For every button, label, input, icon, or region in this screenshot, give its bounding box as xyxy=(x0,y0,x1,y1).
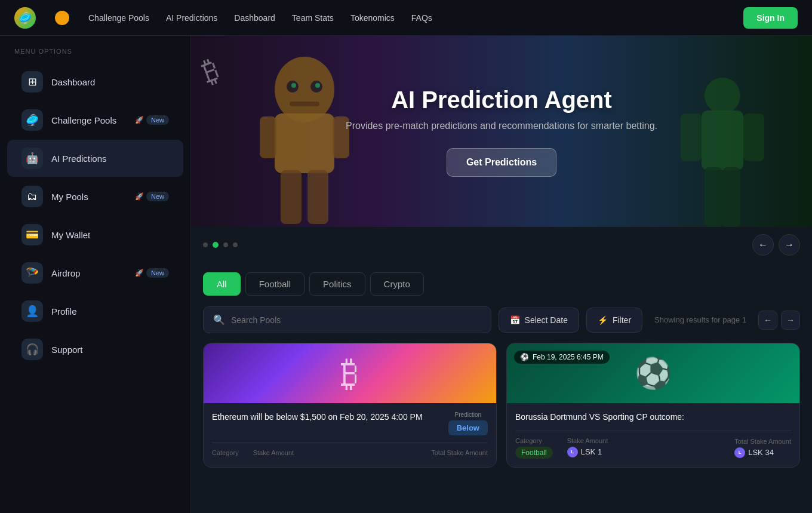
challenge-pools-badge-text: New xyxy=(146,115,169,125)
category-meta-2: Category Football xyxy=(515,437,553,459)
card-date-badge-2: ⚽ Feb 19, 2025 6:45 PM xyxy=(514,351,610,364)
card-meta-2: Category Football Stake Amount L LSK 1 xyxy=(515,437,608,459)
football-tag: Football xyxy=(515,447,553,459)
category-value-2: Football xyxy=(515,447,553,459)
card-date-text-2: Feb 19, 2025 6:45 PM xyxy=(533,353,604,361)
sidebar: MENU OPTIONS ⊞ Dashboard 🥏 Challenge Poo… xyxy=(0,36,191,513)
nav-dashboard[interactable]: Dashboard xyxy=(234,13,275,23)
airdrop-badge: 🚀 New xyxy=(135,268,169,278)
sidebar-label-airdrop: Airdrop xyxy=(51,268,127,278)
page-prev-button[interactable]: ← xyxy=(758,311,777,330)
sidebar-item-my-pools[interactable]: 🗂 My Pools 🚀 New xyxy=(7,178,183,215)
filter-tab-politics[interactable]: Politics xyxy=(309,272,365,296)
total-stake-label-2: Total Stake Amount xyxy=(734,438,791,445)
carousel-dot-2[interactable] xyxy=(213,242,219,248)
prediction-value-1: Below xyxy=(448,420,488,435)
filter-tab-crypto[interactable]: Crypto xyxy=(370,272,424,296)
soccer-icon: ⚽ xyxy=(520,353,529,361)
nav-challenge-pools[interactable]: Challenge Pools xyxy=(88,13,149,23)
stake-meta-2: Stake Amount L LSK 1 xyxy=(567,437,608,459)
results-info: Showing results for page 1 xyxy=(650,315,751,324)
sidebar-item-profile[interactable]: 👤 Profile xyxy=(7,293,183,330)
total-stake-label-1: Total Stake Amount xyxy=(431,449,488,456)
total-stake-meta-1: Total Stake Amount xyxy=(431,449,488,456)
challenge-pools-icon: 🥏 xyxy=(21,109,43,131)
sidebar-item-my-wallet[interactable]: 💳 My Wallet xyxy=(7,216,183,253)
pool-card-2[interactable]: ⚽ ⚽ Feb 19, 2025 6:45 PM Borussia Dortmu… xyxy=(506,343,800,468)
sidebar-label-challenge-pools: Challenge Pools xyxy=(51,115,127,125)
hero-banner: ₿ AI Prediction Agent Provides pre-match… xyxy=(191,36,812,227)
sidebar-item-airdrop[interactable]: 🪂 Airdrop 🚀 New xyxy=(7,254,183,291)
search-box[interactable]: 🔍 xyxy=(203,306,491,333)
category-meta-1: Category xyxy=(212,449,239,456)
card-prediction-header-2: Borussia Dortmund VS Sporting CP outcome… xyxy=(515,411,791,423)
hero-subtitle: Provides pre-match predictions and recom… xyxy=(203,121,800,131)
sidebar-item-challenge-pools[interactable]: 🥏 Challenge Pools 🚀 New xyxy=(7,102,183,139)
page-next-button[interactable]: → xyxy=(781,311,800,330)
prediction-badge-1: Prediction Below xyxy=(448,411,488,435)
carousel-dot-3[interactable] xyxy=(223,242,228,247)
carousel-dots xyxy=(203,242,238,248)
stake-amount-2: LSK 1 xyxy=(581,447,602,456)
card-title-2: Borussia Dortmund VS Sporting CP outcome… xyxy=(515,411,791,423)
card-footer-1: Category Stake Amount Total Stake Amount xyxy=(212,443,488,456)
carousel-prev-button[interactable]: ← xyxy=(752,234,774,256)
carousel-arrows: ← → xyxy=(752,234,800,256)
main-layout: MENU OPTIONS ⊞ Dashboard 🥏 Challenge Poo… xyxy=(0,36,812,513)
support-icon: 🎧 xyxy=(21,339,43,360)
search-row: 🔍 📅 Select Date ⚡ Filter Showing results… xyxy=(191,302,812,343)
dashboard-icon: ⊞ xyxy=(21,71,43,93)
category-label-1: Category xyxy=(212,449,239,456)
nav-ai-predictions[interactable]: AI Predictions xyxy=(166,13,217,23)
carousel-dot-4[interactable] xyxy=(233,242,238,247)
sidebar-item-dashboard[interactable]: ⊞ Dashboard xyxy=(7,63,183,100)
sidebar-label-ai-predictions: AI Predictions xyxy=(51,153,169,164)
logo-icon: 🥏 xyxy=(14,7,36,29)
hero-content: AI Prediction Agent Provides pre-match p… xyxy=(191,75,812,189)
sidebar-label-support: Support xyxy=(51,345,169,355)
logo[interactable]: 🥏 xyxy=(14,7,36,29)
search-input[interactable] xyxy=(231,315,481,325)
my-pools-icon: 🗂 xyxy=(21,186,43,207)
filter-tab-all[interactable]: All xyxy=(203,272,241,296)
theme-toggle-icon[interactable] xyxy=(55,11,69,25)
airdrop-icon: 🪂 xyxy=(21,262,43,284)
select-date-button[interactable]: 📅 Select Date xyxy=(499,308,579,333)
search-icon: 🔍 xyxy=(213,314,225,325)
get-predictions-button[interactable]: Get Predictions xyxy=(447,148,556,177)
total-stake-meta-2: Total Stake Amount L LSK 34 xyxy=(734,438,791,458)
content-area: ₿ AI Prediction Agent Provides pre-match… xyxy=(191,36,812,513)
carousel-controls: ← → xyxy=(191,227,812,263)
sidebar-label-my-pools: My Pools xyxy=(51,192,127,202)
pool-card-1[interactable]: ₿ Ethereum will be below $1,500 on Feb 2… xyxy=(203,343,497,468)
my-pools-badge: 🚀 New xyxy=(135,192,169,201)
card-image-1: ₿ xyxy=(204,343,496,403)
carousel-dot-1[interactable] xyxy=(203,242,208,247)
category-label-2: Category xyxy=(515,437,553,444)
signin-button[interactable]: Sign In xyxy=(743,7,798,29)
nav-faqs[interactable]: FAQs xyxy=(411,13,432,23)
stake-label-2: Stake Amount xyxy=(567,437,608,444)
profile-icon: 👤 xyxy=(21,300,43,322)
my-wallet-icon: 💳 xyxy=(21,224,43,245)
filter-icon: ⚡ xyxy=(598,315,608,325)
filter-button[interactable]: ⚡ Filter xyxy=(586,308,642,333)
stake-value-2: L LSK 1 xyxy=(567,447,608,457)
sidebar-item-ai-predictions[interactable]: 🤖 AI Predictions xyxy=(7,140,183,177)
card-footer-2: Category Football Stake Amount L LSK 1 xyxy=(515,431,791,459)
page-navigation: ← → xyxy=(758,311,800,330)
nav-links: Challenge Pools AI Predictions Dashboard… xyxy=(88,13,724,23)
carousel-next-button[interactable]: → xyxy=(779,234,800,256)
select-date-label: Select Date xyxy=(525,315,568,325)
filter-tab-football[interactable]: Football xyxy=(245,272,304,296)
ai-predictions-icon: 🤖 xyxy=(21,148,43,169)
card-meta-1: Category Stake Amount xyxy=(212,449,294,456)
sidebar-item-support[interactable]: 🎧 Support xyxy=(7,331,183,368)
nav-tokenomics[interactable]: Tokenomics xyxy=(350,13,395,23)
lsk-icon-total: L xyxy=(734,447,745,458)
card-crypto-image: ₿ xyxy=(204,343,496,403)
sidebar-label-dashboard: Dashboard xyxy=(51,77,169,87)
nav-team-stats[interactable]: Team Stats xyxy=(292,13,334,23)
challenge-pools-badge: 🚀 New xyxy=(135,115,169,125)
menu-options-label: MENU OPTIONS xyxy=(0,48,190,62)
